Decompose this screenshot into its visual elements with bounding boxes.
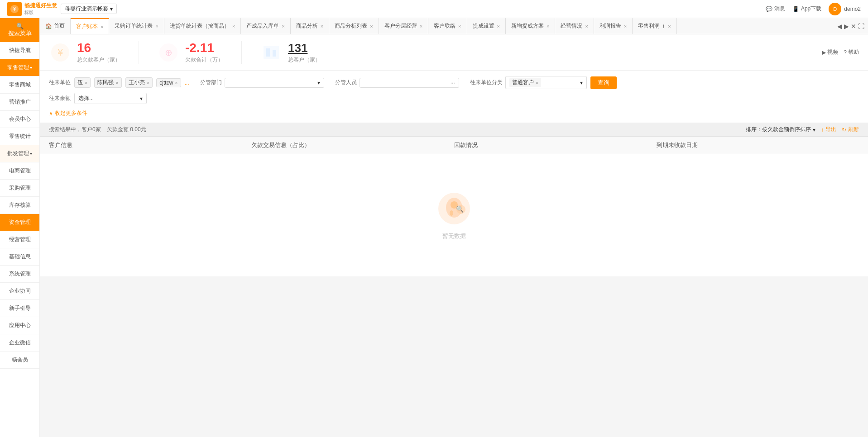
tab-new-plan[interactable]: 新增提成方案 ×	[506, 18, 555, 34]
message-label: 消息	[774, 5, 785, 13]
svg-rect-7	[266, 48, 270, 57]
filter-unit-class-tag-text: 普通客户	[512, 79, 534, 86]
sidebar-item-wholesale-mgmt[interactable]: 批发管理 ▾	[0, 145, 39, 162]
filter-dept-select[interactable]: ▾	[225, 78, 324, 88]
tab-purchase-order-stats[interactable]: 采购订单统计表 ×	[109, 18, 164, 34]
refresh-button[interactable]: ↻ 刷新	[842, 126, 859, 133]
chevron-down-balance: ▾	[140, 95, 143, 102]
video-icon: ▶	[822, 49, 826, 56]
tab-close-profit[interactable]: ×	[624, 24, 627, 29]
tab-close-retail-profit[interactable]: ×	[668, 24, 671, 29]
tab-close-product-stock[interactable]: ×	[282, 24, 284, 29]
sidebar-item-system-mgmt[interactable]: 系统管理	[0, 266, 39, 283]
sidebar-item-enterprise[interactable]: 企业协同	[0, 283, 39, 300]
message-btn[interactable]: 💬 消息	[766, 5, 785, 13]
sidebar-item-enterprise-wechat[interactable]: 企业微信	[0, 334, 39, 352]
tab-next-icon[interactable]: ▶	[844, 23, 849, 30]
export-button[interactable]: ↑ 导出	[821, 126, 836, 133]
sidebar-item-member-center[interactable]: 会员中心	[0, 111, 39, 128]
sidebar-label-retail-stats: 零售统计	[9, 133, 31, 139]
sidebar-item-retail-mgmt[interactable]: 零售管理 ▾	[0, 59, 39, 76]
tab-expand-icon[interactable]: ⛶	[858, 23, 864, 30]
query-button[interactable]: 查询	[590, 76, 617, 89]
user-menu[interactable]: D demo2	[829, 3, 861, 15]
tab-customer-tier[interactable]: 客户分层经营 ×	[379, 18, 428, 34]
filter-person-select[interactable]: ···	[360, 78, 459, 88]
filter-tag-unit3-remove[interactable]: ×	[147, 80, 149, 86]
help-btn[interactable]: ? 帮助	[844, 48, 859, 56]
filter-tag-unit4-remove[interactable]: ×	[175, 80, 177, 86]
sidebar-label-enterprise-wechat: 企业微信	[9, 339, 31, 346]
tab-close-customer-contact[interactable]: ×	[458, 24, 461, 29]
app-download-btn[interactable]: 📱 App下载	[792, 5, 821, 13]
stats-bar: ¥ 16 总欠款客户（家） ⊕	[40, 34, 868, 71]
sidebar-item-capital-mgmt[interactable]: 资金管理	[0, 214, 39, 231]
filter-unit-class-select[interactable]: 普通客户 × ▾	[505, 76, 587, 89]
sidebar-item-new-guide[interactable]: 新手引导	[0, 300, 39, 317]
customer-icon: ¥	[49, 41, 72, 64]
filter-unit-class-remove[interactable]: ×	[536, 80, 538, 86]
tab-close-product-analysis[interactable]: ×	[321, 24, 323, 29]
sidebar-item-quick-nav[interactable]: 快捷导航	[0, 42, 39, 59]
filter-tag-unit2-remove[interactable]: ×	[115, 80, 118, 86]
sidebar-item-app-center[interactable]: 应用中心	[0, 317, 39, 334]
sidebar-item-vip-member[interactable]: 畅会员	[0, 352, 39, 369]
sidebar-item-retail-mall[interactable]: 零售商城	[0, 76, 39, 94]
sidebar-item-purchase-mgmt[interactable]: 采购管理	[0, 180, 39, 197]
svg-point-12	[450, 210, 453, 216]
sidebar-item-inventory[interactable]: 库存核算	[0, 197, 39, 214]
sidebar-item-retail-stats[interactable]: 零售统计	[0, 128, 39, 145]
sidebar-search[interactable]: 🔍 搜索菜单	[0, 18, 39, 42]
tab-customer-capital[interactable]: 客户账本 ×	[71, 18, 109, 34]
sidebar-item-basic-info[interactable]: 基础信息	[0, 248, 39, 266]
tab-profit-report-label: 利润报告	[599, 22, 621, 30]
tab-close-product-list[interactable]: ×	[370, 24, 373, 29]
result-summary-text: 搜索结果中，客户0家	[49, 126, 101, 133]
sidebar-label-basic-info: 基础信息	[9, 253, 31, 260]
tab-product-analysis-list[interactable]: 商品分析列表 ×	[329, 18, 379, 34]
help-icon: ?	[844, 49, 847, 56]
collapse-button[interactable]: ∧ 收起更多条件	[49, 109, 859, 117]
filter-more-tags[interactable]: ...	[185, 80, 189, 86]
tab-profit-report[interactable]: 利润报告 ×	[594, 18, 633, 34]
stat-values-debt: -2.11 欠款合计（万）	[185, 41, 223, 64]
filter-tag-unit4: cjttcw ×	[156, 78, 181, 87]
tab-close-purchase-order[interactable]: ×	[155, 24, 158, 29]
tab-incoming-stats[interactable]: 进货单统计表（按商品） ×	[164, 18, 241, 34]
stat-number-total: 131	[288, 41, 321, 55]
tab-close-customer-capital[interactable]: ×	[101, 24, 103, 29]
tab-operation-status[interactable]: 经营情况 ×	[555, 18, 594, 34]
tab-product-analysis[interactable]: 商品分析 ×	[291, 18, 329, 34]
sidebar-label-wholesale-mgmt: 批发管理	[7, 150, 29, 157]
sort-select[interactable]: 排序：按欠款金额倒序排序 ▾	[746, 126, 815, 133]
tab-close-operation[interactable]: ×	[585, 24, 588, 29]
help-label: 帮助	[848, 48, 859, 56]
tab-close-all-icon[interactable]: ✕	[851, 23, 856, 30]
tab-customer-contact[interactable]: 客户联络 ×	[428, 18, 467, 34]
tab-close-promotion[interactable]: ×	[497, 24, 500, 29]
tab-close-new-plan[interactable]: ×	[547, 24, 549, 29]
sidebar-item-marketing[interactable]: 营销推广	[0, 94, 39, 111]
tab-product-stock[interactable]: 产成品入库单 ×	[241, 18, 290, 34]
video-btn[interactable]: ▶ 视频	[822, 48, 838, 56]
tab-close-incoming[interactable]: ×	[232, 24, 235, 29]
tab-home[interactable]: 🏠 首页	[40, 18, 71, 34]
tab-promotion-settings[interactable]: 提成设置 ×	[467, 18, 506, 34]
tab-operation-status-label: 经营情况	[561, 22, 582, 30]
svg-text:¥: ¥	[57, 47, 63, 58]
sidebar-label-enterprise: 企业协同	[9, 288, 31, 294]
tab-retail-profit[interactable]: 零售利润（ ×	[633, 18, 676, 34]
svg-rect-8	[273, 50, 276, 57]
content-area: ¥ 16 总欠款客户（家） ⊕	[40, 34, 868, 437]
sidebar-label-operation-mgmt: 经营管理	[9, 236, 31, 242]
empty-icon: 🔍	[436, 190, 472, 227]
sidebar-item-operation-mgmt[interactable]: 经营管理	[0, 231, 39, 248]
filter-balance-select[interactable]: 选择... ▾	[74, 93, 147, 104]
sidebar-item-ecommerce-mgmt[interactable]: 电商管理	[0, 162, 39, 180]
account-selector[interactable]: 母婴行业演示帐套 ▾	[61, 4, 117, 14]
stat-label-debt: 欠款合计（万）	[185, 56, 223, 64]
tab-prev-icon[interactable]: ◀	[837, 23, 842, 30]
search-icon: 🔍	[16, 23, 24, 29]
tab-close-customer-tier[interactable]: ×	[420, 24, 422, 29]
filter-tag-unit1-remove[interactable]: ×	[85, 80, 87, 86]
